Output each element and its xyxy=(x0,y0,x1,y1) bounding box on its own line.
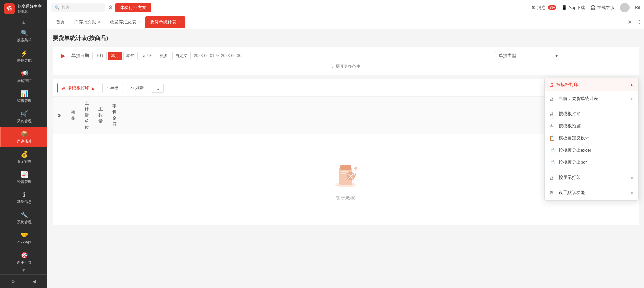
sidebar-item-sales[interactable]: 📊 销售管理 xyxy=(0,87,47,107)
template-custom-icon: 📋 xyxy=(549,135,555,141)
expand-more-btn[interactable]: ⌄ 展开更多条件 xyxy=(58,62,633,71)
export-btn[interactable]: ↑ 导出 xyxy=(102,83,123,93)
print-dropdown-close-icon[interactable]: ▲ xyxy=(629,82,634,87)
col-settings[interactable]: ⚙ xyxy=(53,97,66,134)
tabs-close-btn[interactable]: ✕ xyxy=(627,19,632,25)
sidebar-item-search[interactable]: 🔍 搜索菜单 xyxy=(0,26,47,46)
template-custom-item[interactable]: 📋 模板自定义设计 xyxy=(545,132,638,144)
set-default-label: 设置默认功能 xyxy=(559,190,585,196)
online-service-label: 在线客服 xyxy=(597,5,615,11)
sidebar-collapse-btn[interactable]: ◀ xyxy=(31,277,37,285)
template-preview-item[interactable]: 👁 按模板预览 xyxy=(545,120,638,132)
date-custom[interactable]: 自定义 xyxy=(172,52,191,60)
app-name: 畅赢通好生意 xyxy=(18,4,42,9)
print-current-item[interactable]: 🖨 当前：要货单统计表 ▼ xyxy=(545,93,638,105)
sidebar-item-basic[interactable]: ℹ 基础信息 xyxy=(0,188,47,208)
chevron-down-icon-2: ⌄ xyxy=(331,64,334,69)
nav-icon-quick-nav: ⚡ xyxy=(21,50,28,57)
tab-home[interactable]: 首页 xyxy=(51,16,69,28)
search-placeholder: 搜索 xyxy=(62,5,70,10)
template-print-label: 按模板打印 xyxy=(559,111,581,117)
nav-icon-system: 🔧 xyxy=(21,211,28,219)
svg-rect-7 xyxy=(341,171,348,172)
refresh-btn[interactable]: ↻ 刷新 xyxy=(126,83,148,93)
sidebar-item-finance[interactable]: 💰 资金管理 xyxy=(0,147,47,167)
tab-collection-label: 收发存汇总表 xyxy=(110,19,136,25)
svg-rect-2 xyxy=(340,165,351,170)
tab-order-stat-close[interactable]: × xyxy=(178,20,181,24)
export-icon: ↑ xyxy=(107,86,109,91)
nav-icon-operations: 📈 xyxy=(21,171,28,178)
sidebar-item-quick-nav[interactable]: ⚡ 快捷导航 xyxy=(0,46,47,66)
app-download-btn[interactable]: 📱 App下载 xyxy=(562,5,585,11)
col-quantity: 主数量 xyxy=(94,97,108,134)
order-type-dropdown[interactable]: 单据类型 ▼ xyxy=(495,51,562,60)
template-preview-icon: 👁 xyxy=(549,123,555,129)
template-excel-item[interactable]: 📄 按模板导出excel xyxy=(545,144,638,156)
svg-rect-8 xyxy=(341,173,346,174)
sidebar-item-purchase[interactable]: 🛒 采购管理 xyxy=(0,107,47,127)
nav-label-finance: 资金管理 xyxy=(17,159,32,164)
date-more[interactable]: 更多 xyxy=(157,52,171,60)
template-pdf-label: 按模板导出pdf xyxy=(559,159,587,165)
date-buttons: 上月 本月 本年 近7天 更多 自定义 xyxy=(92,52,191,60)
sidebar-item-marketing[interactable]: 📢 营销推广 xyxy=(0,66,47,87)
tab-collection-close[interactable]: × xyxy=(138,20,141,24)
nav-label-search: 搜索菜单 xyxy=(17,38,32,43)
tab-batch[interactable]: 库存批次账 × xyxy=(69,16,105,28)
sidebar-item-inventory[interactable]: 📦 库存核算 xyxy=(0,127,47,147)
nav-label-operations: 经营管理 xyxy=(17,179,32,184)
current-icon: 🖨 xyxy=(549,96,555,101)
topbar-search[interactable]: 🔍 搜索 xyxy=(51,3,105,12)
headset-icon: 🎧 xyxy=(590,5,596,10)
tab-order-stat[interactable]: 要货单统计表 × xyxy=(145,16,185,28)
tab-batch-close[interactable]: × xyxy=(98,20,100,24)
nav-icon-collab: 🤝 xyxy=(21,231,28,239)
nav-label-basic: 基础信息 xyxy=(17,199,32,204)
sidebar-item-operations[interactable]: 📈 经营管理 xyxy=(0,167,47,188)
template-print-item[interactable]: 🖨 按模板打印 xyxy=(545,108,638,120)
col-product: 商品 xyxy=(66,97,80,134)
date-current-month[interactable]: 本月 xyxy=(108,52,122,60)
date-current-year[interactable]: 本年 xyxy=(123,52,138,60)
sidebar-item-system[interactable]: 🔧 系统管理 xyxy=(0,208,47,228)
sidebar-settings-btn[interactable]: ⚙ xyxy=(10,277,17,285)
date-filter-label: 单据日期 xyxy=(71,53,89,59)
topbar-right: ✉ 消息 99+ 📱 App下载 🎧 在线客服 Rit xyxy=(532,3,640,12)
avatar[interactable] xyxy=(620,3,630,12)
nav-label-marketing: 营销推广 xyxy=(17,78,32,83)
nav-icon-newbie: 🎯 xyxy=(21,252,28,259)
date-last-7[interactable]: 近7天 xyxy=(139,52,155,60)
filter-expand-icon[interactable]: ▶ xyxy=(58,51,68,60)
tabs-expand-btn[interactable]: ⛶ xyxy=(635,19,640,25)
print-default-section: ⚙ 设置默认功能 ▶ xyxy=(545,185,638,200)
date-prev-month[interactable]: 上月 xyxy=(92,52,107,60)
print-dropdown: 🖨 按模板打印 ▲ 🖨 当前：要货单统计表 ▼ 🖨 按模板打印 👁 按 xyxy=(544,78,639,201)
main-area: 🔍 搜索 ⚙ 体验行业方案 ✉ 消息 99+ 📱 App下载 🎧 在线客服 Ri… xyxy=(47,0,644,288)
topbar-gear-btn[interactable]: ⚙ xyxy=(108,4,113,11)
logo-icon: 畅 xyxy=(4,3,15,14)
more-btn[interactable]: ... xyxy=(151,84,164,93)
template-pdf-item[interactable]: 📄 按模板导出pdf xyxy=(545,156,638,168)
message-btn[interactable]: ✉ 消息 99+ xyxy=(532,5,556,11)
tab-collection[interactable]: 收发存汇总表 × xyxy=(105,16,145,28)
nav-label-system: 系统管理 xyxy=(17,220,32,225)
sidebar-scroll-down[interactable]: ▼ xyxy=(0,266,47,274)
sidebar-nav: 🔍 搜索菜单 ⚡ 快捷导航 📢 营销推广 📊 销售管理 🛒 采购管理 📦 库存核… xyxy=(0,26,47,266)
sidebar-item-collab[interactable]: 🤝 企业协同 xyxy=(0,228,47,248)
set-default-item[interactable]: ⚙ 设置默认功能 ▶ xyxy=(545,187,638,199)
export-label: 导出 xyxy=(110,85,119,91)
nav-icon-inventory: 📦 xyxy=(21,130,28,138)
online-service-btn[interactable]: 🎧 在线客服 xyxy=(590,5,615,11)
template-preview-label: 按模板预览 xyxy=(559,123,581,129)
sidebar-item-newbie[interactable]: 🎯 新手引导 xyxy=(0,248,47,266)
print-btn[interactable]: 🖨 按模板打印 ▲ xyxy=(57,83,99,93)
sidebar-scroll-up[interactable]: ▲ xyxy=(0,18,47,26)
tabs-end: ✕ ⛶ xyxy=(627,19,640,25)
trial-btn[interactable]: 体验行业方案 xyxy=(115,3,151,12)
more-dots-icon: ... xyxy=(155,86,159,91)
print-display-section: 🖨 按显示打印 ▶ xyxy=(545,170,638,185)
display-print-item[interactable]: 🖨 按显示打印 ▶ xyxy=(545,171,638,184)
tab-home-label: 首页 xyxy=(56,19,65,25)
print-template-section: 🖨 按模板打印 👁 按模板预览 📋 模板自定义设计 📄 按模板导出excel 📄 xyxy=(545,106,638,170)
